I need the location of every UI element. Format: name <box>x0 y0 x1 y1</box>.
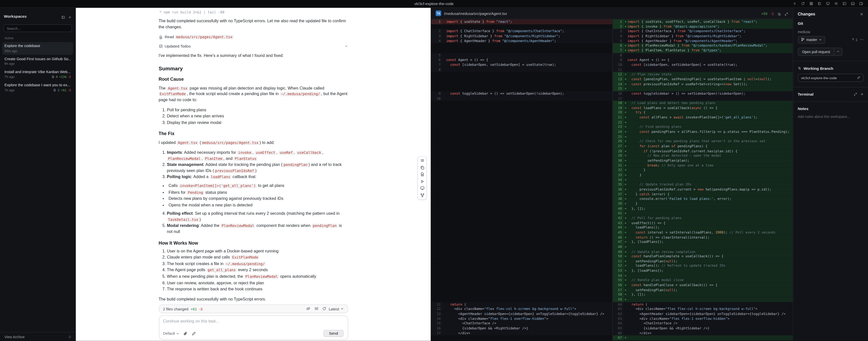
inline-code: invoke<PlanItem[]>('get_all_plans') <box>179 184 257 188</box>
tool-call-row[interactable]: Read medusa/src/pages/Agent.tsx <box>159 35 348 39</box>
view-archive-button[interactable]: View Archive <box>5 335 25 339</box>
chevron-down-icon[interactable] <box>834 48 842 55</box>
new-code-line: 21+ const allPlans = await invoke<PlanIt… <box>612 115 793 120</box>
workspace-search-input[interactable]: Search... <box>3 24 72 32</box>
chevron-down-icon <box>159 10 162 14</box>
inline-code: useCallback <box>296 151 322 155</box>
attach-file-button[interactable] <box>183 331 188 336</box>
panels-icon[interactable] <box>61 11 65 21</box>
edit-branch-icon[interactable] <box>857 75 860 79</box>
new-code-line: 25+ <box>612 134 793 139</box>
preview-icon[interactable] <box>419 185 425 191</box>
new-code-line: 58+ }, []); <box>612 292 793 297</box>
old-code-line <box>431 158 612 163</box>
pause-icon[interactable] <box>793 2 797 6</box>
grid-icon[interactable] <box>809 2 813 6</box>
refresh-icon[interactable] <box>322 307 327 311</box>
notes-input[interactable]: Add notes about this workspace... <box>798 115 863 118</box>
new-code-line: 43+ useEffect(() => { <box>612 221 793 225</box>
old-code-line <box>431 283 612 288</box>
new-code-line: 55+ // Handle plan modal close <box>612 278 793 283</box>
copy-icon[interactable] <box>419 165 425 170</box>
book-icon[interactable] <box>818 2 822 6</box>
new-code-line: 46+ return () => clearInterval(interval)… <box>612 235 793 240</box>
conversation-scroll[interactable]: npm run build 2>&1 | tail -80The build c… <box>76 8 431 305</box>
refresh-icon[interactable] <box>801 2 805 6</box>
new-code-line: 14+ const previousPlanIdsRef = useRef<Se… <box>612 82 793 87</box>
inline-code: PlanReviewModal <box>244 275 279 279</box>
new-code-line: 2+import { invoke } from "@tauri-apps/ap… <box>612 24 793 29</box>
branch-selector[interactable]: master <box>798 36 825 43</box>
old-code-line: 2 import { ChatInterface } from "@/compo… <box>431 29 612 34</box>
workspace-item[interactable]: Install and integrate Vibe Kanban Web...… <box>2 68 73 81</box>
list-icon[interactable] <box>834 2 838 6</box>
panel-left-icon[interactable] <box>842 2 846 6</box>
latest-dropdown[interactable]: Latest <box>329 307 343 311</box>
open-pull-request-button[interactable]: Open pull request <box>798 47 843 56</box>
new-code-line: 3 import { ChatInterface } from "@/compo… <box>612 29 793 34</box>
new-code-line: 8 <box>612 53 793 58</box>
edit-button[interactable] <box>192 331 196 336</box>
file-icon[interactable] <box>419 172 425 177</box>
working-branch-input[interactable]: vk/3cf-explore-the-code <box>798 73 863 82</box>
old-code-line: 7 const [sidebarOpen, setSidebarOpen] = … <box>431 62 612 67</box>
inline-code: previousPlanIdsRef <box>214 169 255 173</box>
list-item: User is on the Agent page with a Docker-… <box>167 248 348 254</box>
inline-code: ExitPlanMode <box>159 92 187 97</box>
panel-bottom-icon[interactable] <box>851 2 855 6</box>
old-code-line <box>431 149 612 154</box>
diff-deletions: -1 <box>771 11 774 15</box>
list-item: Modal rendering: Added the PlanReviewMod… <box>167 223 348 235</box>
monitor-icon[interactable] <box>826 2 830 6</box>
files-changed-bar: 2 files changed +61 -3 Latest <box>159 305 348 313</box>
old-code-line: 5 <box>431 53 612 58</box>
workspace-item[interactable]: Explore the codebase I want you to ex...… <box>2 82 73 94</box>
menu-icon[interactable] <box>419 158 425 163</box>
workspace-time: 7h ago <box>5 88 15 92</box>
inline-code: loadPlans <box>210 175 231 180</box>
fork-icon[interactable] <box>419 192 425 198</box>
old-code-line <box>431 273 612 278</box>
word-wrap-icon[interactable] <box>777 8 781 18</box>
mode-dropdown[interactable]: Default <box>163 332 179 335</box>
inline-code: get_all_plans <box>207 268 237 273</box>
old-code-line <box>431 48 612 53</box>
expand-icon[interactable] <box>854 92 857 96</box>
workspace-item[interactable]: Explore the codebase35m ago <box>2 42 73 54</box>
old-code-line <box>431 269 612 273</box>
expand-icon[interactable] <box>784 8 788 18</box>
old-code-line <box>431 292 612 297</box>
list-item: Polling effect: Set up a polling interva… <box>167 211 348 223</box>
old-code-line <box>431 297 612 302</box>
old-code-line: 8 <box>431 67 612 72</box>
new-code-line: 13+ const [pendingPlan, setPendingPlan] … <box>612 77 793 82</box>
diff-new-side: 1+import { useState, useEffect, useRef, … <box>612 20 793 341</box>
workspace-item[interactable]: Create Good First Issues on Github So...… <box>2 55 73 67</box>
new-code-line: 64 <ChatInterface /> <box>612 321 793 326</box>
inline-code: ~/.medusa/pending/ <box>225 261 266 266</box>
panel-right-icon[interactable] <box>859 2 863 6</box>
tool-call-row[interactable]: Updated Todos <box>159 44 348 48</box>
more-options-icon[interactable] <box>860 38 863 41</box>
close-icon[interactable] <box>860 12 863 16</box>
terminal-command-block[interactable]: npm run build 2>&1 | tail -80 <box>159 9 348 14</box>
hide-diff-icon[interactable] <box>306 307 311 311</box>
old-code-line: 12 <div className="flex flex-col h-scree… <box>431 307 612 312</box>
new-workspace-button[interactable] <box>68 11 71 21</box>
message-composer[interactable]: Continue working on this task... Default… <box>159 316 348 340</box>
plus-icon[interactable] <box>860 92 863 96</box>
notes-section-label: Notes <box>798 107 809 111</box>
old-code-line <box>431 105 612 110</box>
inline-code: Agent.tsx <box>167 86 189 91</box>
archive-count: 0 <box>69 335 71 339</box>
new-code-line: 38+ console.error('Failed to load plans:… <box>612 196 793 202</box>
new-code-line: 22+ <box>612 120 793 125</box>
inline-code: pendingPlan <box>312 224 338 228</box>
send-button[interactable]: Send <box>323 330 344 337</box>
old-code-line <box>431 168 612 173</box>
run-icon[interactable] <box>419 178 425 184</box>
list-item: Opens the modal when a new plan is detec… <box>168 203 348 208</box>
list-item: The response is written back and the hoo… <box>167 287 348 293</box>
diff-options-icon[interactable] <box>314 307 318 311</box>
message-input[interactable]: Continue working on this task... <box>163 319 343 326</box>
